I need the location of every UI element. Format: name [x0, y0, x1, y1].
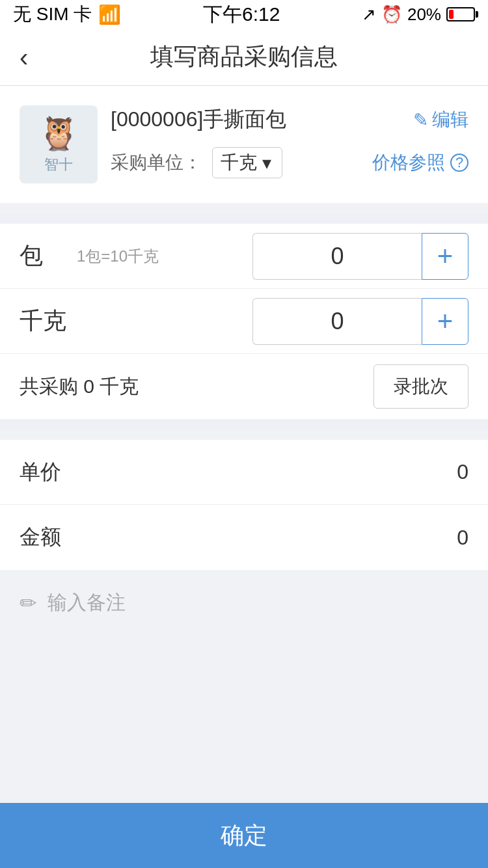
status-bar: 无 SIM 卡 📶 下午6:12 ↗ ⏰ 20% [0, 0, 488, 29]
input-section: 包 1包=10千克 + 千克 + [0, 224, 488, 354]
price-ref-link[interactable]: 价格参照 ? [372, 150, 468, 175]
unit-price-row: 单价 0 [0, 440, 488, 505]
amount-label: 金额 [20, 523, 61, 552]
unit-select[interactable]: 千克 ▾ [212, 147, 282, 178]
kg-input[interactable] [252, 298, 422, 345]
separator-2 [0, 419, 488, 429]
product-thumbnail: 🦉 智十 [20, 105, 98, 183]
page-title: 填写商品采购信息 [150, 41, 338, 73]
bao-sublabel: 1包=10千克 [77, 246, 159, 267]
amount-row: 金额 0 [0, 505, 488, 570]
brand-label: 智十 [44, 155, 73, 174]
record-batch-button[interactable]: 录批次 [373, 364, 468, 409]
battery-percent: 20% [407, 5, 441, 25]
bao-row: 包 1包=10千克 + [0, 224, 488, 289]
amount-value: 0 [457, 526, 468, 550]
unit-price-value: 0 [457, 460, 468, 484]
nav-bar: ‹ 填写商品采购信息 [0, 29, 488, 86]
status-left: 无 SIM 卡 📶 [13, 2, 121, 27]
bao-input-wrapper: + [252, 233, 468, 280]
kg-input-wrapper: + [252, 298, 468, 345]
wifi-icon: 📶 [98, 4, 121, 25]
location-icon: ↗ [362, 5, 376, 25]
total-row: 共采购 0 千克 录批次 [0, 354, 488, 419]
bao-label: 包 [20, 240, 72, 272]
price-section: 单价 0 金额 0 [0, 440, 488, 570]
separator-1 [0, 213, 488, 224]
alarm-icon: ⏰ [381, 5, 402, 25]
unit-row: 采购单位： 千克 ▾ 价格参照 ? [111, 147, 468, 178]
price-ref-label: 价格参照 [372, 150, 445, 175]
bao-plus-button[interactable]: + [422, 233, 468, 280]
kg-plus-button[interactable]: + [422, 298, 468, 345]
kg-label: 千克 [20, 305, 72, 337]
pencil-icon: ✏ [20, 591, 37, 616]
edit-label: 编辑 [432, 107, 468, 132]
unit-value: 千克 [221, 150, 257, 175]
edit-icon: ✎ [413, 109, 428, 131]
chevron-down-icon: ▾ [262, 152, 271, 174]
product-card: 🦉 智十 [0000006]手撕面包 ✎ 编辑 采购单位： 千克 ▾ 价格参照 … [0, 86, 488, 203]
bottom-space [0, 636, 488, 766]
brand-icon: 🦉 [38, 115, 79, 152]
status-time: 下午6:12 [203, 1, 280, 28]
product-info: [0000006]手撕面包 ✎ 编辑 采购单位： 千克 ▾ 价格参照 ? [111, 105, 468, 178]
confirm-button[interactable]: 确定 [0, 803, 488, 868]
notes-section[interactable]: ✏ 输入备注 [0, 570, 488, 636]
unit-label: 采购单位： [111, 150, 202, 175]
back-button[interactable]: ‹ [20, 44, 28, 70]
help-icon: ? [450, 154, 468, 172]
carrier-text: 无 SIM 卡 [13, 2, 92, 27]
status-right: ↗ ⏰ 20% [362, 5, 475, 25]
product-name: [0000006]手撕面包 [111, 105, 286, 134]
battery-icon [446, 7, 475, 21]
kg-row: 千克 + [0, 289, 488, 354]
edit-link[interactable]: ✎ 编辑 [413, 107, 468, 132]
total-text: 共采购 0 千克 [20, 373, 139, 400]
notes-placeholder: 输入备注 [47, 590, 126, 616]
bao-input[interactable] [252, 233, 422, 280]
product-name-row: [0000006]手撕面包 ✎ 编辑 [111, 105, 468, 134]
unit-price-label: 单价 [20, 458, 61, 487]
